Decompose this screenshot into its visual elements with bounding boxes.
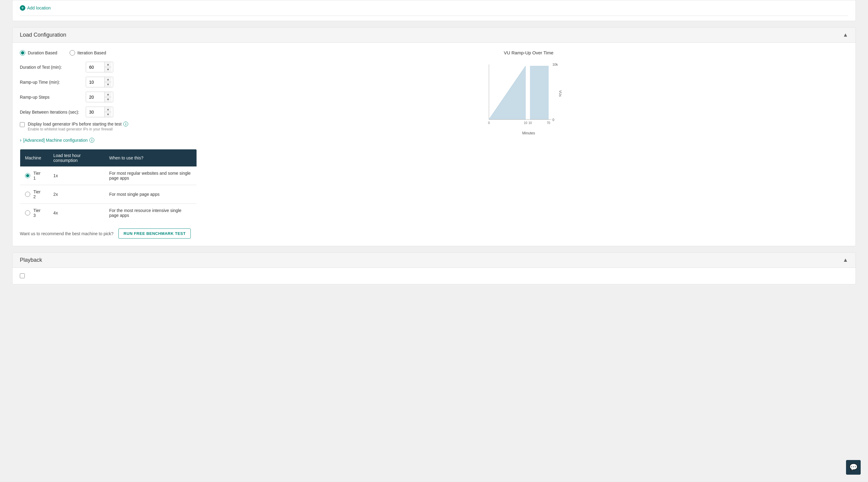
chart-title: VU Ramp-Up Over Time — [504, 50, 554, 55]
load-config-title: Load Configuration — [20, 32, 66, 38]
tier-1-description: For most regular websites and some singl… — [104, 167, 197, 185]
tier-3-cell: Tier 3 — [20, 204, 49, 222]
col-consumption: Load test hour consumption — [49, 149, 104, 167]
delay-spinner[interactable]: ▲ ▼ — [86, 107, 113, 117]
tier-3-description: For the most resource intensive single p… — [104, 204, 197, 222]
delay-up-btn[interactable]: ▲ — [105, 107, 112, 112]
duration-spinner-buttons: ▲ ▼ — [104, 62, 112, 72]
checkbox-main-label: Display load generator IPs before starti… — [28, 121, 128, 126]
tier-2-cell: Tier 2 — [20, 185, 49, 204]
chat-icon: 💬 — [849, 463, 858, 471]
svg-text:VUs: VUs — [559, 90, 562, 97]
tier-2-radio-wrapper: Tier 2 — [25, 189, 44, 199]
delay-label: Delay Between Iterations (sec): — [20, 110, 81, 115]
playback-collapse-icon[interactable]: ▲ — [843, 257, 848, 263]
ip-display-checkbox[interactable] — [20, 122, 25, 127]
rampup-time-down-btn[interactable]: ▼ — [105, 82, 112, 87]
tier-3-name: Tier 3 — [33, 208, 44, 218]
delay-row: Delay Between Iterations (sec): ▲ ▼ — [20, 107, 197, 117]
rampup-time-spinner[interactable]: ▲ ▼ — [86, 77, 113, 87]
duration-spinner[interactable]: ▲ ▼ — [86, 62, 113, 73]
svg-text:70: 70 — [547, 121, 550, 124]
tier-3-consumption: 4x — [49, 204, 104, 222]
duration-based-radio-label[interactable]: Duration Based — [20, 50, 57, 56]
rampup-steps-up-btn[interactable]: ▲ — [105, 92, 112, 97]
delay-down-btn[interactable]: ▼ — [105, 112, 112, 117]
load-config-collapse-icon[interactable]: ▲ — [843, 32, 848, 38]
rampup-time-label: Ramp-up Time (min): — [20, 80, 81, 85]
benchmark-text: Want us to recommend the best machine to… — [20, 231, 114, 236]
rampup-time-up-btn[interactable]: ▲ — [105, 77, 112, 82]
duration-down-btn[interactable]: ▼ — [105, 67, 112, 72]
tier-1-cell: Tier 1 — [20, 167, 49, 185]
rampup-time-row: Ramp-up Time (min): ▲ ▼ — [20, 77, 197, 87]
rampup-steps-input[interactable] — [86, 93, 104, 102]
add-location-label: Add location — [27, 5, 51, 10]
rampup-steps-spinner-buttons: ▲ ▼ — [104, 92, 112, 102]
radio-group: Duration Based Iteration Based — [20, 50, 197, 56]
left-panel: Duration Based Iteration Based Duration … — [20, 50, 197, 238]
iteration-based-radio-label[interactable]: Iteration Based — [70, 50, 106, 56]
duration-input[interactable] — [86, 63, 104, 72]
rampup-time-spinner-buttons: ▲ ▼ — [104, 77, 112, 87]
tier-2-radio[interactable] — [25, 192, 30, 197]
tier-2-description: For most single page apps — [104, 185, 197, 204]
tier-3-radio[interactable] — [25, 210, 30, 216]
rampup-steps-label: Ramp-up Steps — [20, 95, 81, 100]
tier-2-consumption: 2x — [49, 185, 104, 204]
svg-text:0: 0 — [488, 121, 490, 124]
tier-3-radio-wrapper: Tier 3 — [25, 208, 44, 218]
duration-based-label: Duration Based — [28, 50, 57, 55]
benchmark-row: Want us to recommend the best machine to… — [20, 228, 197, 238]
table-row: Tier 22xFor most single page apps — [20, 185, 197, 204]
checkbox-text-block: Display load generator IPs before starti… — [28, 121, 128, 131]
add-location-link[interactable]: + Add location — [20, 5, 848, 11]
duration-up-btn[interactable]: ▲ — [105, 62, 112, 67]
tier-1-consumption: 1x — [49, 167, 104, 185]
tier-1-radio[interactable] — [25, 173, 30, 178]
advanced-machine-config-link[interactable]: › [Advanced] Machine configuration i — [20, 138, 197, 143]
top-card: + Add location — [12, 0, 856, 21]
rampup-time-input[interactable] — [86, 78, 104, 86]
checkbox-label-text: Display load generator IPs before starti… — [28, 121, 121, 126]
tier-1-radio-wrapper: Tier 1 — [25, 171, 44, 180]
tier-2-name: Tier 2 — [33, 189, 44, 199]
svg-text:10: 10 — [528, 121, 532, 124]
page-wrapper: + Add location Load Configuration ▲ Dura… — [0, 0, 868, 482]
chart-row: 10k 0 — [480, 61, 578, 129]
right-panel: VU Ramp-Up Over Time 10k 0 — [209, 50, 848, 238]
svg-text:10: 10 — [524, 121, 527, 124]
delay-input[interactable] — [86, 108, 104, 116]
load-config-header: Load Configuration ▲ — [12, 28, 856, 43]
run-benchmark-button[interactable]: RUN FREE BENCHMARK TEST — [118, 228, 191, 238]
table-row: Tier 34xFor the most resource intensive … — [20, 204, 197, 222]
rampup-steps-row: Ramp-up Steps ▲ ▼ — [20, 92, 197, 102]
svg-text:10k: 10k — [552, 63, 558, 66]
playback-checkbox[interactable] — [20, 273, 25, 278]
load-config-card: Load Configuration ▲ Duration Based Iter… — [12, 27, 856, 246]
col-machine: Machine — [20, 149, 49, 167]
playback-title: Playback — [20, 257, 42, 263]
playback-body — [12, 268, 856, 284]
bar-chart-shape — [530, 66, 549, 119]
playback-card: Playback ▲ — [12, 252, 856, 284]
col-when-to-use: When to use this? — [104, 149, 197, 167]
checkbox-info-icon[interactable]: i — [123, 121, 128, 126]
ip-display-checkbox-row: Display load generator IPs before starti… — [20, 121, 197, 131]
chart-svg: 10k 0 — [480, 61, 578, 129]
rampup-steps-down-btn[interactable]: ▼ — [105, 97, 112, 102]
duration-based-radio[interactable] — [20, 50, 25, 56]
tier-1-name: Tier 1 — [33, 171, 44, 180]
divider-line — [20, 16, 848, 16]
duration-label: Duration of Test (min): — [20, 65, 81, 69]
iteration-based-radio[interactable] — [70, 50, 75, 56]
table-row: Tier 11xFor most regular websites and so… — [20, 167, 197, 185]
rampup-steps-spinner[interactable]: ▲ ▼ — [86, 92, 113, 102]
chart-svg-wrapper: 10k 0 — [480, 61, 578, 135]
svg-text:0: 0 — [552, 118, 554, 121]
playback-header: Playback ▲ — [12, 253, 856, 268]
advanced-info-icon[interactable]: i — [89, 138, 94, 143]
chat-fab-button[interactable]: 💬 — [846, 460, 861, 475]
delay-spinner-buttons: ▲ ▼ — [104, 107, 112, 117]
table-header-row: Machine Load test hour consumption When … — [20, 149, 197, 167]
